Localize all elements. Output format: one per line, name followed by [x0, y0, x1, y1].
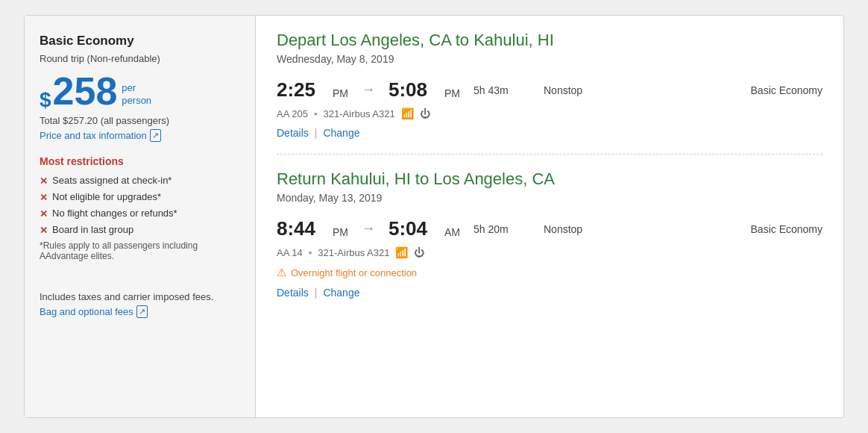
- dot-separator: ▪: [314, 108, 318, 119]
- sidebar-bottom: Includes taxes and carrier imposed fees.…: [40, 276, 240, 318]
- depart-links-row: Details | Change: [277, 127, 823, 139]
- sidebar-subtitle: Round trip (Non-refundable): [40, 53, 240, 64]
- power-icon: ⏻: [414, 246, 424, 258]
- price-row: $ 258 perperson: [40, 72, 240, 110]
- restriction-text: No flight changes or refunds*: [52, 208, 177, 219]
- depart-date: Wednesday, May 8, 2019: [277, 53, 823, 65]
- sidebar: Basic Economy Round trip (Non-refundable…: [25, 16, 256, 417]
- arrow-icon: →: [362, 221, 375, 237]
- return-date: Monday, May 13, 2019: [277, 192, 823, 204]
- restriction-text: Board in last group: [52, 224, 133, 235]
- main-content: Depart Los Angeles, CA to Kahului, HI We…: [256, 16, 843, 417]
- restriction-x-icon: ✕: [40, 225, 48, 236]
- return-arrive-time: 5:04: [389, 217, 444, 240]
- restriction-item: ✕ Seats assigned at check-in*: [40, 175, 240, 187]
- restriction-text: Not eligible for upgrades*: [52, 191, 161, 202]
- depart-time: 2:25: [277, 78, 333, 102]
- price-amount: 258: [53, 72, 118, 110]
- return-arrive-period: AM: [444, 226, 460, 238]
- arrow-icon: →: [362, 82, 375, 98]
- price-dollar-sign: $: [40, 90, 51, 110]
- depart-flight-number: AA 205: [277, 108, 308, 119]
- return-aircraft: 321-Airbus A321: [318, 247, 389, 258]
- depart-nonstop: Nonstop: [544, 84, 603, 96]
- depart-details-link[interactable]: Details: [277, 127, 309, 139]
- restriction-x-icon: ✕: [40, 208, 48, 219]
- depart-aircraft: 321-Airbus A321: [324, 108, 395, 119]
- depart-change-link[interactable]: Change: [323, 127, 359, 139]
- restriction-text: Seats assigned at check-in*: [52, 175, 172, 186]
- return-info-row: AA 14 ▪ 321-Airbus A321 📶 ⏻: [277, 246, 823, 258]
- return-depart-time: 8:44: [277, 217, 333, 240]
- dot-separator: ▪: [309, 247, 312, 258]
- overnight-warning-text: Overnight flight or connection: [291, 267, 417, 278]
- price-tax-link[interactable]: Price and tax information ↗: [40, 129, 240, 142]
- return-change-link[interactable]: Change: [323, 287, 359, 299]
- restrictions-title: Most restrictions: [40, 155, 240, 167]
- restrictions-note: *Rules apply to all passengers including…: [40, 240, 240, 261]
- arrive-time: 5:08: [389, 78, 444, 102]
- power-icon: ⏻: [420, 108, 430, 119]
- warning-icon: ⚠: [277, 266, 286, 279]
- overnight-warning-row: ⚠ Overnight flight or connection: [277, 266, 823, 279]
- depart-info-row: AA 205 ▪ 321-Airbus A321 📶 ⏻: [277, 108, 823, 119]
- return-economy: Basic Economy: [751, 223, 823, 235]
- wifi-icon: 📶: [395, 246, 408, 258]
- return-section: Return Kahului, HI to Los Angeles, CA Mo…: [277, 169, 823, 314]
- return-title: Return Kahului, HI to Los Angeles, CA: [277, 169, 823, 189]
- bag-link[interactable]: Bag and optional fees ↗: [40, 305, 240, 318]
- arrive-period: PM: [444, 87, 460, 99]
- restriction-item: ✕ Board in last group: [40, 224, 240, 236]
- wifi-icon: 📶: [401, 108, 414, 119]
- depart-section: Depart Los Angeles, CA to Kahului, HI We…: [277, 31, 823, 155]
- restriction-x-icon: ✕: [40, 192, 48, 203]
- return-flight-row: 8:44 PM → 5:04 AM 5h 20m Nonstop Basic E…: [277, 217, 823, 240]
- depart-duration: 5h 43m: [474, 84, 526, 96]
- restriction-x-icon: ✕: [40, 175, 48, 187]
- depart-title: Depart Los Angeles, CA to Kahului, HI: [277, 31, 823, 50]
- return-links-row: Details | Change: [277, 287, 823, 299]
- price-per-person: perperson: [122, 82, 151, 108]
- return-duration: 5h 20m: [474, 223, 526, 235]
- depart-period: PM: [333, 87, 348, 99]
- return-flight-number: AA 14: [277, 247, 303, 258]
- restriction-item: ✕ No flight changes or refunds*: [40, 208, 240, 219]
- return-nonstop: Nonstop: [544, 223, 603, 235]
- main-card: Basic Economy Round trip (Non-refundable…: [24, 15, 844, 418]
- external-link-icon: ↗: [136, 305, 148, 318]
- sidebar-title: Basic Economy: [40, 34, 240, 49]
- return-details-link[interactable]: Details: [277, 287, 309, 299]
- external-link-icon: ↗: [150, 129, 161, 142]
- return-depart-period: PM: [333, 226, 348, 238]
- depart-economy: Basic Economy: [751, 84, 823, 96]
- total-price: Total $257.20 (all passengers): [40, 115, 240, 126]
- includes-text: Includes taxes and carrier imposed fees.: [40, 291, 240, 302]
- restriction-item: ✕ Not eligible for upgrades*: [40, 191, 240, 203]
- depart-flight-row: 2:25 PM → 5:08 PM 5h 43m Nonstop Basic E…: [277, 78, 823, 102]
